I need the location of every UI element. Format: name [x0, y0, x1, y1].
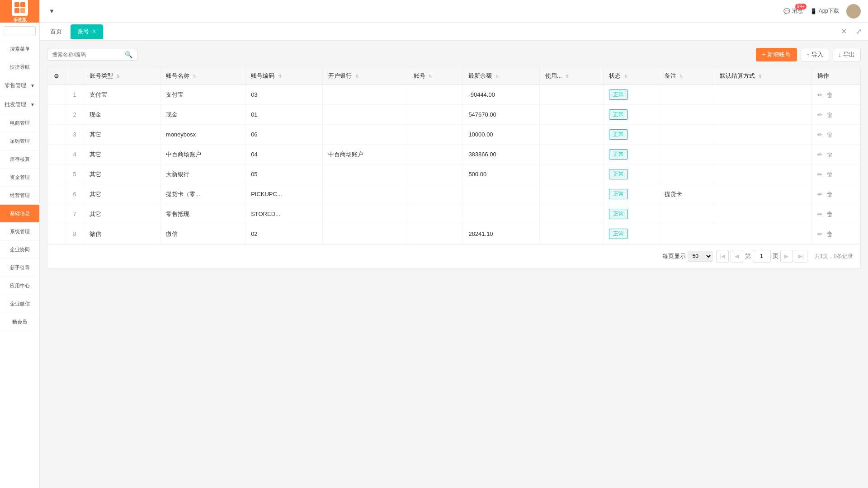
row-remark	[659, 145, 714, 164]
search-icon[interactable]: 🔍	[125, 51, 132, 58]
row-open-bank: 中百商场账户	[323, 145, 408, 164]
sidebar-item-inventory[interactable]: 库存核算	[0, 150, 39, 169]
row-actions: ✏ 🗑	[812, 204, 860, 224]
page-size-select[interactable]: 50 20 100	[688, 251, 712, 262]
col-account-code[interactable]: 账号编码 ⇅	[245, 67, 323, 85]
col-account[interactable]: 账号 ⇅	[408, 67, 463, 85]
sidebar-item-basic-info[interactable]: 基础信息	[0, 205, 39, 223]
sidebar-item-quick-nav[interactable]: 快捷导航	[0, 58, 39, 76]
total-info: 共1页，8条记录	[815, 253, 853, 260]
col-default-settlement[interactable]: 默认结算方式 ⇅	[714, 67, 812, 85]
delete-icon[interactable]: 🗑	[826, 91, 833, 99]
status-badge: 正常	[609, 169, 628, 179]
table-row: 8 微信 微信 02 28241.10 正常 ✏ 🗑	[47, 224, 860, 244]
sidebar-item-search-menu[interactable]: 搜索菜单	[0, 40, 39, 58]
import-button[interactable]: ↑ 导入	[801, 48, 829, 61]
row-status: 正常	[604, 164, 659, 184]
row-remark	[659, 125, 714, 145]
edit-icon[interactable]: ✏	[817, 211, 823, 218]
message-button[interactable]: 💬 消息 99+	[783, 7, 803, 15]
row-account-code: PICKUPC...	[245, 184, 323, 204]
row-account-code: 02	[245, 224, 323, 244]
sidebar-search-input[interactable]	[4, 26, 36, 36]
col-balance[interactable]: 最新余额 ⇅	[463, 67, 539, 85]
export-label: 导出	[843, 51, 855, 59]
row-actions: ✏ 🗑	[812, 125, 860, 145]
col-remark[interactable]: 备注 ⇅	[659, 67, 714, 85]
message-icon: 💬	[783, 8, 790, 14]
add-account-button[interactable]: + 新增账号	[756, 48, 797, 61]
main-area: ▼ 💬 消息 99+ 📱 App下载 首页 账号 ✕ ✕ ⤢	[40, 0, 868, 488]
tab-close-all-button[interactable]: ✕	[838, 26, 849, 37]
edit-icon[interactable]: ✏	[817, 171, 823, 178]
sidebar-item-newbie-guide[interactable]: 新手引导	[0, 259, 39, 277]
first-page-button[interactable]: |◀	[716, 250, 729, 263]
row-settings	[47, 224, 66, 244]
row-default-settlement	[714, 164, 812, 184]
sidebar-item-enterprise-wechat[interactable]: 企业微信	[0, 295, 39, 313]
delete-icon[interactable]: 🗑	[826, 230, 833, 238]
row-remark	[659, 204, 714, 224]
row-settings	[47, 204, 66, 224]
sidebar-item-finance-mgmt[interactable]: 资金管理	[0, 169, 39, 187]
sidebar-item-ecommerce-mgmt[interactable]: 电商管理	[0, 114, 39, 132]
content-area: 🔍 + 新增账号 ↑ 导入 ↓ 导出	[40, 41, 868, 488]
edit-icon[interactable]: ✏	[817, 91, 823, 99]
tab-bar: 首页 账号 ✕ ✕ ⤢	[40, 23, 868, 41]
col-status[interactable]: 状态 ⇅	[604, 67, 659, 85]
toolbar-left: 🔍	[47, 49, 137, 61]
page-number-input[interactable]	[753, 250, 771, 263]
delete-icon[interactable]: 🗑	[826, 191, 833, 198]
sidebar-item-wholesale-mgmt[interactable]: 批发管理 ▼	[0, 95, 39, 114]
row-usage	[539, 125, 604, 145]
status-badge: 正常	[609, 109, 628, 120]
row-index: 5	[66, 164, 84, 184]
tab-close-icon[interactable]: ✕	[92, 28, 96, 35]
delete-icon[interactable]: 🗑	[826, 151, 833, 158]
sidebar-item-enterprise-agreement[interactable]: 企业协同	[0, 241, 39, 259]
row-default-settlement	[714, 105, 812, 125]
col-usage[interactable]: 使用... ⇅	[539, 67, 604, 85]
col-account-name[interactable]: 账号名称 ⇅	[160, 67, 245, 85]
sidebar-item-app-center[interactable]: 应用中心	[0, 277, 39, 295]
col-settings[interactable]: ⚙	[47, 67, 66, 85]
search-box: 🔍	[47, 49, 137, 61]
export-button[interactable]: ↓ 导出	[833, 48, 861, 61]
tab-home[interactable]: 首页	[43, 24, 69, 39]
edit-icon[interactable]: ✏	[817, 230, 823, 238]
header-dropdown[interactable]: ▼	[47, 8, 55, 14]
delete-icon[interactable]: 🗑	[826, 111, 833, 118]
tab-expand-button[interactable]: ⤢	[853, 26, 864, 37]
app-download-button[interactable]: 📱 App下载	[810, 7, 839, 15]
row-account	[408, 105, 463, 125]
edit-icon[interactable]: ✏	[817, 191, 823, 198]
search-input[interactable]	[52, 52, 125, 58]
row-status: 正常	[604, 125, 659, 145]
delete-icon[interactable]: 🗑	[826, 171, 833, 178]
tab-account-label: 账号	[77, 28, 89, 36]
avatar[interactable]	[846, 4, 861, 19]
edit-icon[interactable]: ✏	[817, 151, 823, 158]
delete-icon[interactable]: 🗑	[826, 131, 833, 138]
next-page-button[interactable]: ▶	[780, 250, 793, 263]
row-account-type: 现金	[84, 105, 160, 125]
page-size-label: 每页显示	[662, 252, 686, 260]
edit-icon[interactable]: ✏	[817, 111, 823, 118]
col-account-type[interactable]: 账号类型 ⇅	[84, 67, 160, 85]
edit-icon[interactable]: ✏	[817, 131, 823, 138]
sidebar-item-business-mgmt[interactable]: 经营管理	[0, 187, 39, 205]
row-default-settlement	[714, 204, 812, 224]
sidebar-item-member[interactable]: 畅会员	[0, 313, 39, 331]
delete-icon[interactable]: 🗑	[826, 211, 833, 218]
row-open-bank	[323, 164, 408, 184]
last-page-button[interactable]: ▶|	[795, 250, 807, 263]
prev-page-button[interactable]: ◀	[731, 250, 743, 263]
row-actions: ✏ 🗑	[812, 164, 860, 184]
col-open-bank[interactable]: 开户银行 ⇅	[323, 67, 408, 85]
sidebar-item-purchase-mgmt[interactable]: 采购管理	[0, 132, 39, 150]
sidebar-item-system-mgmt[interactable]: 系统管理	[0, 223, 39, 241]
sidebar-nav: 搜索菜单 快捷导航 零售管理 ▼ 批发管理 ▼ 电商管理 采购管理 库存核算 资…	[0, 40, 39, 488]
sidebar-item-retail-mgmt[interactable]: 零售管理 ▼	[0, 76, 39, 95]
col-action: 操作	[812, 67, 860, 85]
tab-account[interactable]: 账号 ✕	[71, 24, 103, 39]
